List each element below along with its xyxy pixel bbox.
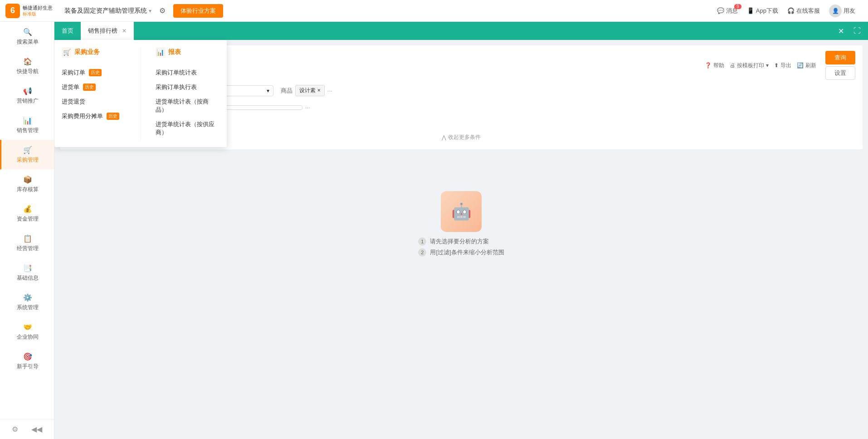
header-right: 💬 消息 9 📱 App下载 🎧 在线客服 👤 用友 — [717, 5, 863, 17]
query-button[interactable]: 查询 — [825, 51, 855, 64]
sidebar-item-label: 企业协同 — [17, 333, 39, 341]
sidebar-item-label: 库存核算 — [17, 186, 39, 193]
sidebar-item-search[interactable]: 🔍 搜索菜单 — [0, 22, 54, 51]
menu-divider — [141, 47, 141, 140]
chevron-down-icon: ▾ — [267, 88, 269, 94]
system-icon: ⚙️ — [23, 293, 32, 302]
empty-hint-2-text: 用[过滤]条件来缩小分析范围 — [430, 248, 504, 256]
home-icon: 🏠 — [23, 57, 32, 66]
sidebar-item-label: 资金管理 — [17, 215, 39, 223]
empty-state: 🤖 1 请先选择要分析的方案 2 用[过滤]条件来缩小分析范围 — [60, 155, 863, 293]
tab-maximize-icon[interactable]: ⛶ — [851, 25, 863, 37]
help-action[interactable]: ❓ 帮助 — [705, 62, 724, 69]
sidebar-item-system[interactable]: ⚙️ 系统管理 — [0, 287, 54, 317]
sidebar-item-operations[interactable]: 📋 经营管理 — [0, 228, 54, 258]
finance-icon: 💰 — [23, 204, 32, 213]
inventory-icon: 📦 — [23, 175, 32, 184]
sidebar-collapse-btn[interactable]: ◀◀ — [31, 425, 42, 434]
tab-sales-rank-label: 销售排行榜 — [88, 27, 117, 35]
menu-item-incoming[interactable]: 进货单 历史 — [62, 80, 126, 94]
sidebar: 🔍 搜索菜单 🏠 快捷导航 📢 营销推广 📊 销售管理 🛒 采购管理 📦 库存核… — [0, 22, 54, 439]
sidebar-item-finance[interactable]: 💰 资金管理 — [0, 199, 54, 228]
online-service-action[interactable]: 🎧 在线客服 — [787, 7, 820, 15]
system-dropdown-arrow[interactable]: ▾ — [149, 8, 151, 14]
industry-button[interactable]: 体验行业方案 — [173, 4, 223, 18]
salesperson-more-btn[interactable]: ··· — [305, 104, 310, 111]
logo-area: 6 畅捷通好生意 标准版 — [5, 4, 60, 18]
help-label: 帮助 — [713, 62, 724, 69]
empty-text: 1 请先选择要分析的方案 2 用[过滤]条件来缩小分析范围 — [418, 237, 504, 256]
return-label: 进货退货 — [62, 98, 85, 106]
tab-home[interactable]: 首页 — [54, 22, 81, 40]
refresh-action[interactable]: 🔄 刷新 — [797, 62, 816, 69]
print-dropdown-arrow[interactable]: ▾ — [766, 62, 769, 69]
sidebar-item-inventory[interactable]: 📦 库存核算 — [0, 169, 54, 199]
collapse-label: 收起更多条件 — [448, 133, 481, 141]
menu-item-return[interactable]: 进货退货 — [62, 94, 126, 109]
purchase-dropdown-menu: 🛒 采购业务 采购订单 历史 进货单 历史 进货退货 采购费用分摊单 历史 — [54, 40, 227, 147]
system-title: 装备及固定资产辅助管理系统 ▾ — [64, 7, 151, 15]
sidebar-item-basic[interactable]: 📑 基础信息 — [0, 258, 54, 287]
sidebar-settings-btn[interactable]: ⚙ — [12, 425, 18, 434]
sidebar-item-guide[interactable]: 🎯 新手引导 — [0, 346, 54, 376]
user-action[interactable]: 👤 用友 — [829, 5, 855, 17]
print-action[interactable]: 🖨 按模板打印 ▾ — [730, 62, 769, 69]
menu-item-report-1[interactable]: 采购订单统计表 — [156, 65, 220, 80]
purchase-order-label: 采购订单 — [62, 69, 85, 77]
sidebar-item-label: 采购管理 — [17, 156, 39, 164]
tab-bar: 首页 销售排行榜 ✕ ✕ ⛶ — [54, 22, 868, 40]
sidebar-item-label: 新手引导 — [17, 363, 39, 370]
report-1-label: 采购订单统计表 — [156, 69, 197, 77]
goods-more-btn[interactable]: ··· — [327, 87, 332, 94]
logo-badge: 标准版 — [23, 11, 53, 17]
user-label: 用友 — [844, 7, 855, 15]
search-icon: 🔍 — [23, 27, 32, 36]
top-header: 6 畅捷通好生意 标准版 装备及固定资产辅助管理系统 ▾ ⚙ 体验行业方案 💬 … — [0, 0, 868, 22]
notification-icon: 💬 — [717, 7, 724, 14]
app-download-action[interactable]: 📱 App下载 — [747, 7, 778, 15]
app-download-label: App下载 — [756, 7, 778, 15]
sidebar-item-label: 快捷导航 — [17, 68, 39, 75]
phone-icon: 📱 — [747, 7, 754, 14]
settings-button[interactable]: 设置 — [825, 66, 855, 80]
sidebar-item-sales[interactable]: 📊 销售管理 — [0, 110, 54, 140]
sidebar-item-enterprise[interactable]: 🤝 企业协同 — [0, 317, 54, 346]
settings-icon-btn[interactable]: ⚙ — [156, 5, 169, 17]
sidebar-bottom: ⚙ ◀◀ — [0, 419, 54, 439]
report-4-label: 进货单统计表（按供应商） — [156, 120, 220, 137]
goods-label: 商品 — [281, 87, 293, 95]
menu-item-purchase-order[interactable]: 采购订单 历史 — [62, 65, 126, 80]
menu-item-expense[interactable]: 采购费用分摊单 历史 — [62, 109, 126, 123]
export-action[interactable]: ⬆ 导出 — [774, 62, 791, 69]
sales-icon: 📊 — [23, 116, 32, 125]
empty-illustration: 🤖 — [441, 191, 482, 232]
goods-tag: 设计素 × — [295, 85, 324, 96]
refresh-icon: 🔄 — [797, 62, 804, 69]
menu-item-report-2[interactable]: 采购订单执行表 — [156, 80, 220, 94]
purchase-section-icon: 🛒 — [62, 47, 72, 57]
menu-section-report-title: 📊 报表 — [156, 47, 220, 60]
operations-icon: 📋 — [23, 234, 32, 243]
empty-hint-1-text: 请先选择要分析的方案 — [430, 237, 489, 246]
report-2-label: 采购订单执行表 — [156, 83, 197, 91]
sidebar-item-purchase[interactable]: 🛒 采购管理 — [0, 140, 54, 169]
main-layout: 🔍 搜索菜单 🏠 快捷导航 📢 营销推广 📊 销售管理 🛒 采购管理 📦 库存核… — [0, 22, 868, 439]
tab-close-window-icon[interactable]: ✕ — [834, 25, 847, 37]
tab-sales-rank[interactable]: 销售排行榜 ✕ — [81, 22, 134, 40]
sidebar-item-label: 营销推广 — [17, 97, 39, 105]
incoming-label: 进货单 — [62, 83, 79, 91]
sidebar-item-label: 基础信息 — [17, 274, 39, 282]
print-label: 按模板打印 — [737, 62, 764, 69]
help-icon: ❓ — [705, 62, 712, 69]
headset-icon: 🎧 — [787, 7, 795, 14]
menu-item-report-4[interactable]: 进货单统计表（按供应商） — [156, 117, 220, 140]
menu-section-purchase-title: 🛒 采购业务 — [62, 47, 126, 60]
sidebar-item-quicknav[interactable]: 🏠 快捷导航 — [0, 51, 54, 81]
menu-item-report-3[interactable]: 进货单统计表（按商品） — [156, 94, 220, 117]
notification-action[interactable]: 💬 消息 9 — [717, 7, 738, 15]
sidebar-item-label: 系统管理 — [17, 304, 39, 311]
header-middle: 装备及固定资产辅助管理系统 ▾ ⚙ 体验行业方案 — [60, 4, 717, 18]
guide-icon: 🎯 — [23, 352, 32, 361]
tab-close-icon[interactable]: ✕ — [122, 28, 127, 34]
sidebar-item-marketing[interactable]: 📢 营销推广 — [0, 81, 54, 110]
